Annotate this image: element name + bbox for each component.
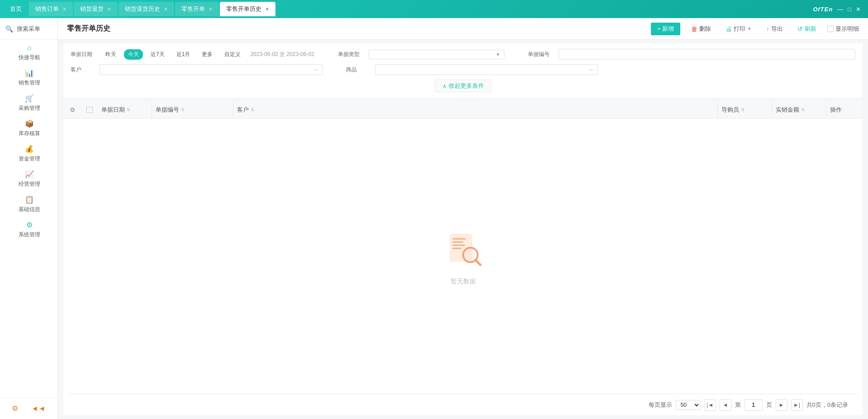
current-page-input[interactable] bbox=[745, 399, 763, 411]
th-customer-label: 客户 bbox=[237, 106, 249, 114]
date-btn-more[interactable]: 更多 bbox=[198, 49, 217, 60]
table-settings-icon[interactable]: ⚙ bbox=[63, 106, 81, 113]
date-btn-1month[interactable]: 近1月 bbox=[172, 49, 194, 60]
next-page-btn[interactable]: ► bbox=[776, 399, 787, 411]
table-checkbox-all[interactable] bbox=[81, 107, 98, 113]
collapse-btn[interactable]: ∧ 收起更多条件 bbox=[435, 80, 492, 92]
inventory-icon: 📦 bbox=[25, 119, 34, 128]
th-guide-label: 导购员 bbox=[721, 106, 739, 114]
close-tab-sales-order[interactable]: ✕ bbox=[62, 6, 66, 12]
sidebar-item-inventory[interactable]: 📦 库存核算 bbox=[0, 116, 57, 141]
filter-area: 单据日期 昨天 今天 近7天 近1月 更多 自定义 2023-06-02 至 2… bbox=[63, 43, 863, 98]
svg-rect-3 bbox=[452, 245, 465, 246]
sidebar-search-label: 搜索采单 bbox=[17, 25, 40, 33]
customer-filter-group: 客户 ··· bbox=[71, 64, 323, 75]
tab-sales-return-label: 销货退货 bbox=[80, 5, 104, 13]
last-page-btn[interactable]: ►| bbox=[791, 399, 803, 411]
close-tab-sales-return-history[interactable]: ✕ bbox=[164, 6, 168, 12]
tab-sales-return-history[interactable]: 销货退货历史 ✕ bbox=[119, 2, 174, 16]
collapse-arrow-icon: ∧ bbox=[442, 83, 447, 89]
finance-icon: 💰 bbox=[25, 145, 34, 153]
th-amount-sort-icon: ⇅ bbox=[801, 107, 805, 112]
svg-rect-2 bbox=[452, 241, 463, 243]
svg-rect-4 bbox=[452, 248, 461, 249]
main-layout: 🔍 搜索采单 ⌂ 快捷导航 📊 销售管理 🛒 采购管理 📦 库存核算 💰 资金管… bbox=[0, 18, 868, 419]
num-filter-label: 单据编号 bbox=[528, 51, 553, 58]
select-all-checkbox[interactable] bbox=[86, 107, 93, 113]
basic-info-icon: 📋 bbox=[25, 195, 34, 204]
date-btn-yesterday[interactable]: 昨天 bbox=[101, 49, 120, 60]
close-tab-retail-history[interactable]: ✕ bbox=[265, 6, 269, 12]
maximize-btn[interactable]: □ bbox=[848, 6, 851, 13]
filter-row-2: 客户 ··· 商品 ··· bbox=[71, 64, 855, 75]
system-icon: ⚙ bbox=[26, 221, 33, 229]
show-detail-toggle[interactable]: 显示明细 bbox=[827, 25, 859, 33]
page-total: 共0页，0条记录 bbox=[806, 401, 848, 409]
print-icon: 🖨 bbox=[726, 25, 732, 33]
sidebar-item-quick-nav[interactable]: ⌂ 快捷导航 bbox=[0, 40, 57, 65]
tab-sales-return[interactable]: 销货退货 ✕ bbox=[74, 2, 118, 16]
sidebar-item-basic-info[interactable]: 📋 基础信息 bbox=[0, 192, 57, 217]
table-area: ⚙ 单据日期 ⇅ 单据编号 ⇅ 客户 ⇅ 导购员 ⇅ bbox=[63, 101, 863, 415]
page-size-select[interactable]: 50 100 200 bbox=[676, 400, 701, 410]
th-num[interactable]: 单据编号 ⇅ bbox=[152, 101, 233, 118]
customer-filter-input-wrap[interactable]: ··· bbox=[100, 64, 323, 75]
goods-filter-input[interactable] bbox=[379, 66, 588, 73]
tab-home[interactable]: 首页 bbox=[4, 2, 28, 16]
export-label: 导出 bbox=[771, 25, 783, 33]
date-btn-custom[interactable]: 自定义 bbox=[220, 49, 245, 60]
th-guide[interactable]: 导购员 ⇅ bbox=[718, 101, 772, 118]
sidebar-item-operations[interactable]: 📈 经营管理 bbox=[0, 166, 57, 192]
sidebar-search[interactable]: 🔍 搜索采单 bbox=[0, 18, 57, 40]
page-header: 零售开单历史 + 新增 🗑 删除 🖨 打印 ▼ ↑ 导出 ↺ bbox=[58, 18, 868, 40]
goods-filter-label: 商品 bbox=[346, 66, 371, 74]
export-icon: ↑ bbox=[766, 25, 769, 33]
sidebar: 🔍 搜索采单 ⌂ 快捷导航 📊 销售管理 🛒 采购管理 📦 库存核算 💰 资金管… bbox=[0, 18, 58, 419]
print-arrow-icon: ▼ bbox=[747, 26, 752, 31]
th-amount[interactable]: 实销金额 ⇅ bbox=[772, 101, 826, 118]
sidebar-item-sales-label: 销售管理 bbox=[19, 79, 40, 87]
sidebar-item-finance-label: 资金管理 bbox=[19, 155, 40, 163]
th-guide-sort-icon: ⇅ bbox=[741, 107, 745, 112]
minimize-btn[interactable]: — bbox=[837, 6, 843, 13]
num-filter-input-wrap[interactable] bbox=[559, 49, 855, 60]
export-button[interactable]: ↑ 导出 bbox=[763, 23, 787, 35]
tab-retail-order[interactable]: 零售开单 ✕ bbox=[175, 2, 219, 16]
sidebar-item-sales[interactable]: 📊 销售管理 bbox=[0, 65, 57, 90]
date-btn-today[interactable]: 今天 bbox=[124, 49, 143, 60]
delete-button[interactable]: 🗑 删除 bbox=[688, 23, 715, 35]
type-filter-arrow-icon: ▼ bbox=[496, 52, 500, 57]
sidebar-item-system[interactable]: ⚙ 系统管理 bbox=[0, 217, 57, 242]
collapse-sidebar-icon[interactable]: ◄◄ bbox=[31, 405, 46, 413]
show-detail-checkbox[interactable] bbox=[827, 26, 834, 32]
close-tab-sales-return[interactable]: ✕ bbox=[107, 6, 111, 12]
prev-page-btn[interactable]: ◄ bbox=[720, 399, 731, 411]
sidebar-item-purchase[interactable]: 🛒 采购管理 bbox=[0, 90, 57, 116]
sidebar-item-finance[interactable]: 💰 资金管理 bbox=[0, 141, 57, 166]
customer-filter-dots[interactable]: ··· bbox=[314, 66, 318, 73]
first-page-btn[interactable]: |◄ bbox=[704, 399, 716, 411]
print-button[interactable]: 🖨 打印 ▼ bbox=[722, 23, 755, 35]
svg-point-6 bbox=[466, 250, 475, 259]
customer-filter-input[interactable] bbox=[104, 66, 312, 73]
settings-bottom-icon[interactable]: ⚙ bbox=[12, 404, 18, 413]
num-filter-input[interactable] bbox=[563, 51, 851, 57]
refresh-button[interactable]: ↺ 刷新 bbox=[794, 23, 820, 35]
customer-filter-label: 客户 bbox=[71, 66, 96, 74]
add-button[interactable]: + 新增 bbox=[651, 23, 680, 35]
th-date[interactable]: 单据日期 ⇅ bbox=[98, 101, 152, 118]
th-customer[interactable]: 客户 ⇅ bbox=[233, 101, 718, 118]
type-filter-select[interactable]: ▼ bbox=[369, 50, 504, 59]
page-label-before: 第 bbox=[735, 401, 741, 409]
goods-filter-input-wrap[interactable]: ··· bbox=[375, 64, 598, 75]
th-customer-sort-icon: ⇅ bbox=[251, 107, 254, 112]
goods-filter-dots[interactable]: ··· bbox=[589, 66, 594, 73]
close-btn-window[interactable]: ✕ bbox=[856, 6, 861, 13]
content-area: 零售开单历史 + 新增 🗑 删除 🖨 打印 ▼ ↑ 导出 ↺ bbox=[58, 18, 868, 419]
sidebar-item-purchase-label: 采购管理 bbox=[19, 104, 40, 112]
date-btn-7days[interactable]: 近7天 bbox=[147, 49, 169, 60]
close-tab-retail-order[interactable]: ✕ bbox=[209, 6, 213, 12]
svg-line-7 bbox=[475, 260, 480, 265]
tab-retail-history[interactable]: 零售开单历史 ✕ bbox=[220, 2, 275, 16]
tab-sales-order[interactable]: 销售订单 ✕ bbox=[29, 2, 73, 16]
